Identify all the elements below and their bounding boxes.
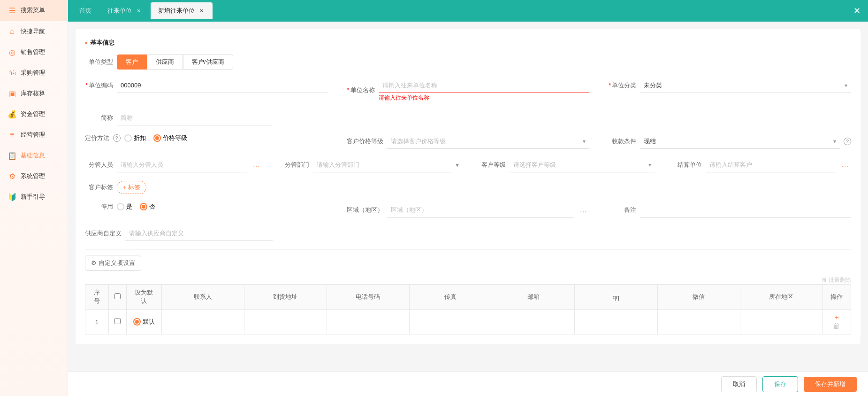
row-wechat-input[interactable] bbox=[663, 318, 734, 326]
row-wechat[interactable] bbox=[657, 310, 740, 334]
department-field: 分管部门 ▾ bbox=[281, 157, 458, 172]
row-actions: + 🗑 bbox=[822, 310, 851, 334]
finance-icon: 💰 bbox=[8, 109, 17, 119]
sidebar-item-sales[interactable]: ◎ 销售管理 bbox=[0, 42, 68, 62]
sidebar-item-inventory[interactable]: ▣ 库存核算 bbox=[0, 83, 68, 104]
inventory-icon: ▣ bbox=[8, 89, 17, 98]
settlement-unit-more-btn[interactable]: … bbox=[839, 161, 851, 169]
save-new-button[interactable]: 保存并新增 bbox=[804, 377, 857, 392]
row-contact[interactable] bbox=[161, 310, 244, 334]
payment-terms-help-icon[interactable]: ? bbox=[844, 138, 851, 145]
tab-partners-close[interactable]: ✕ bbox=[135, 7, 142, 15]
row-phone[interactable] bbox=[327, 310, 409, 334]
row-fax-input[interactable] bbox=[415, 318, 486, 326]
save-button[interactable]: 保存 bbox=[762, 376, 798, 392]
settlement-unit-label: 结算单位 bbox=[674, 161, 702, 169]
customer-level-placeholder: 请选择客户等级 bbox=[513, 161, 556, 169]
short-name-row: 简称 bbox=[85, 110, 851, 125]
unit-name-input[interactable] bbox=[379, 78, 590, 93]
row-qq-input[interactable] bbox=[580, 318, 651, 326]
disabled-radio-no[interactable]: 否 bbox=[140, 202, 155, 211]
row-add-btn[interactable]: + bbox=[835, 313, 839, 321]
disabled-region-row: 停用 是 否 bbox=[85, 202, 851, 217]
disabled-radio-yes[interactable]: 是 bbox=[117, 202, 132, 211]
manager-more-btn[interactable]: … bbox=[251, 161, 262, 169]
row-default: 默认 bbox=[126, 310, 161, 334]
type-btn-customer[interactable]: 客户 bbox=[117, 54, 147, 70]
payment-terms-chevron: ▾ bbox=[833, 138, 836, 145]
tab-home[interactable]: 首页 bbox=[72, 2, 99, 19]
customer-level-select[interactable]: 请选择客户等级 ▾ bbox=[510, 157, 655, 172]
sidebar-item-guide[interactable]: 🔰 新手引导 bbox=[0, 186, 68, 207]
pricing-radio-price-level[interactable]: 价格等级 bbox=[153, 134, 187, 142]
tab-partners[interactable]: 往来单位 ✕ bbox=[100, 2, 150, 19]
short-name-input[interactable] bbox=[117, 110, 273, 125]
sidebar-search[interactable]: ☰ 搜索菜单 bbox=[0, 0, 68, 21]
col-wechat: 微信 bbox=[657, 285, 740, 310]
col-fax: 传真 bbox=[409, 285, 492, 310]
manager-input[interactable] bbox=[117, 157, 247, 172]
sidebar-item-finance[interactable]: 💰 资金管理 bbox=[0, 104, 68, 124]
batch-delete-btn[interactable]: 🗑 批量删除 bbox=[822, 277, 851, 283]
select-all-checkbox[interactable] bbox=[114, 293, 121, 299]
table-row: 1 默认 bbox=[85, 310, 851, 334]
customer-level-chevron: ▾ bbox=[648, 162, 651, 168]
disabled-label: 停用 bbox=[85, 202, 113, 211]
row-phone-input[interactable] bbox=[333, 318, 404, 326]
sidebar-item-purchase[interactable]: 🛍 采购管理 bbox=[0, 62, 68, 83]
operations-icon: ≡ bbox=[8, 130, 17, 140]
type-btn-supplier[interactable]: 供应商 bbox=[147, 54, 183, 70]
row-delete-btn[interactable]: 🗑 bbox=[833, 322, 840, 330]
main-area: 首页 往来单位 ✕ 新增往来单位 ✕ ✕ ▪ 基本信息 单位类型 bbox=[68, 0, 868, 396]
cancel-button[interactable]: 取消 bbox=[721, 376, 757, 392]
tab-new-partner-close[interactable]: ✕ bbox=[198, 7, 205, 15]
remark-label: 备注 bbox=[608, 206, 636, 214]
search-icon: ☰ bbox=[8, 6, 17, 15]
row-email[interactable] bbox=[492, 310, 575, 334]
supplier-custom-input[interactable] bbox=[125, 226, 273, 241]
settlement-unit-input[interactable] bbox=[706, 157, 836, 172]
row-email-input[interactable] bbox=[498, 318, 569, 326]
custom-settings-button[interactable]: ⚙ 自定义项设置 bbox=[85, 256, 141, 271]
row-address[interactable] bbox=[244, 310, 327, 334]
row-qq[interactable] bbox=[575, 310, 657, 334]
customer-price-level-select[interactable]: 请选择客户价格等级 ▾ bbox=[387, 134, 590, 149]
remark-input[interactable] bbox=[640, 202, 851, 217]
pricing-help-icon[interactable]: ? bbox=[113, 134, 121, 142]
basic-info-icon: 📋 bbox=[8, 151, 17, 160]
unit-code-field: *单位编码 bbox=[85, 78, 328, 93]
department-input[interactable] bbox=[313, 157, 451, 172]
manager-label: 分管人员 bbox=[85, 161, 113, 169]
row-fax[interactable] bbox=[409, 310, 492, 334]
sidebar-item-system[interactable]: ⚙ 系统管理 bbox=[0, 166, 68, 186]
disabled-field: 停用 是 否 bbox=[85, 202, 328, 211]
pricing-radio-discount[interactable]: 折扣 bbox=[124, 134, 146, 142]
row-checkbox[interactable] bbox=[114, 318, 121, 324]
contact-table: 序号 设为默认 联系人 到货地址 电话号码 传真 邮箱 qq 微信 所在地区 操… bbox=[85, 284, 851, 334]
payment-terms-select[interactable]: 现结 ▾ bbox=[640, 134, 840, 149]
sidebar-item-quick-nav[interactable]: ⌂ 快捷导航 bbox=[0, 21, 68, 42]
window-close-button[interactable]: ✕ bbox=[850, 4, 864, 18]
unit-code-input[interactable] bbox=[117, 78, 328, 93]
row-contact-input[interactable] bbox=[168, 318, 238, 326]
add-tag-button[interactable]: + 标签 bbox=[117, 181, 146, 194]
row-region-input[interactable] bbox=[746, 318, 817, 326]
unit-type-field: 单位类型 客户 供应商 客户/供应商 bbox=[85, 54, 851, 70]
row-region[interactable] bbox=[740, 310, 822, 334]
unit-name-error: 请输入往来单位名称 bbox=[379, 94, 590, 102]
tab-new-partner[interactable]: 新增往来单位 ✕ bbox=[151, 2, 213, 19]
type-btn-both[interactable]: 客户/供应商 bbox=[183, 54, 233, 70]
region-more-btn[interactable]: … bbox=[578, 206, 589, 214]
manager-row: 分管人员 … 分管部门 ▾ 客户等级 请选择客户等级 ▾ bbox=[85, 157, 851, 172]
batch-delete-area: 🗑 批量删除 bbox=[85, 276, 851, 284]
col-email: 邮箱 bbox=[492, 285, 575, 310]
region-input[interactable] bbox=[387, 202, 574, 217]
customer-price-level-label: 客户价格等级 bbox=[347, 137, 383, 146]
unit-type-btn-group: 客户 供应商 客户/供应商 bbox=[117, 54, 233, 70]
row-address-input[interactable] bbox=[250, 318, 321, 326]
sidebar-item-operations[interactable]: ≡ 经营管理 bbox=[0, 124, 68, 145]
unit-category-select[interactable]: 未分类 ▾ bbox=[640, 78, 851, 93]
system-icon: ⚙ bbox=[8, 171, 17, 181]
row-default-radio[interactable]: 默认 bbox=[132, 318, 156, 326]
sidebar-item-basic-info[interactable]: 📋 基础信息 bbox=[0, 145, 68, 166]
